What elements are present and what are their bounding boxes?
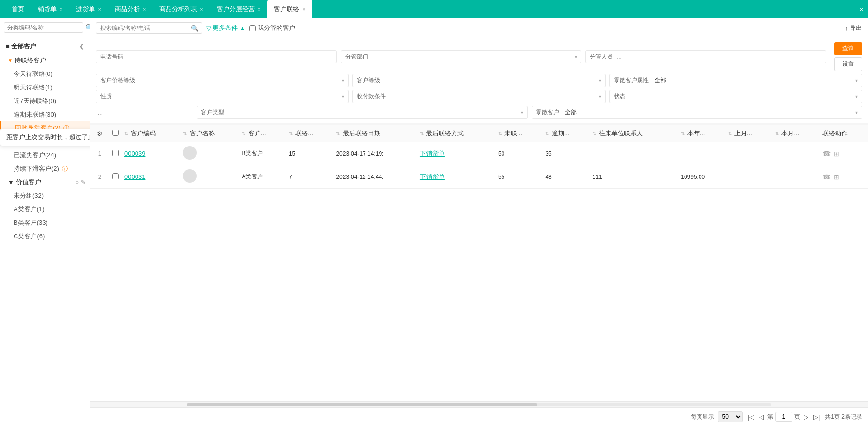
- my-customers-checkbox-label[interactable]: 我分管的客户: [249, 24, 295, 32]
- sidebar-item-b-class[interactable]: B类客户(33): [0, 216, 90, 230]
- nav-close-icon[interactable]: ×: [143, 6, 146, 12]
- pending-group-title[interactable]: ▼ 待联络客户: [0, 54, 90, 67]
- sort-icon: ⇅: [183, 131, 187, 136]
- row-contacts-cell: [590, 142, 678, 165]
- phone-icon[interactable]: ☎: [822, 173, 831, 181]
- export-button[interactable]: ↑ 导出: [845, 24, 863, 32]
- phone-icon[interactable]: ☎: [822, 150, 831, 158]
- all-customers-title[interactable]: ■ 全部客户 ❮: [0, 39, 90, 54]
- scrollbar-track[interactable]: [187, 403, 771, 406]
- retail-property-field[interactable]: 零散客户属性 全部 ▾: [609, 74, 862, 87]
- nav-customer-contact[interactable]: 客户联络 ×: [267, 0, 312, 18]
- col-lastdate-header[interactable]: ⇅ 最后联络日期: [333, 125, 417, 142]
- settings-icon[interactable]: ⚙: [97, 130, 103, 137]
- col-name-header[interactable]: ⇅ 客户名称: [180, 125, 239, 142]
- nav-close-icon[interactable]: ×: [200, 6, 203, 12]
- triangle-icon: ▼: [8, 58, 13, 63]
- sidebar-item-keep-decreasing[interactable]: 持续下滑客户(2) ⓘ: [0, 162, 90, 176]
- nav-close-icon[interactable]: ×: [60, 6, 62, 12]
- col-code-header[interactable]: ⇅ 客户编码: [122, 125, 180, 142]
- row-action-cell: ☎ ⊞: [820, 165, 868, 189]
- chevron-down-icon: ▾: [575, 54, 577, 59]
- sort-icon: ⇅: [242, 131, 245, 136]
- row-checkbox[interactable]: [112, 173, 119, 179]
- sidebar-search-input[interactable]: [4, 22, 83, 33]
- prev-page-button[interactable]: ◁: [758, 413, 765, 421]
- chevron-down-icon: ▾: [599, 94, 601, 99]
- col-overdue-header[interactable]: ⇅ 逾期...: [542, 125, 589, 142]
- sidebar-item-already-lost[interactable]: 已流失客户(24): [0, 148, 90, 162]
- customer-code-link[interactable]: 000031: [124, 173, 145, 180]
- sidebar-item-ungrouped[interactable]: 未分组(32): [0, 189, 90, 203]
- nav-customer-segment[interactable]: 客户分层经营 ×: [210, 0, 267, 18]
- col-thismonth-header[interactable]: ⇅ 本月...: [772, 125, 819, 142]
- settings-button[interactable]: 设置: [834, 57, 862, 71]
- phone-field[interactable]: 电话号码: [96, 50, 337, 63]
- sidebar-item-today[interactable]: 今天待联络(0): [0, 67, 90, 81]
- scrollbar-thumb[interactable]: [187, 403, 537, 406]
- col-thisyear-header[interactable]: ⇅ 本年...: [678, 125, 725, 142]
- per-page-label: 每页显示: [691, 413, 714, 421]
- nav-purchase-order[interactable]: 进货单 ×: [69, 0, 107, 18]
- data-table-container: ⚙ ⇅ 客户编码 ⇅ 客户名称: [90, 125, 868, 401]
- payment-condition-field[interactable]: 收付款条件 ▾: [352, 90, 605, 103]
- select-all-checkbox[interactable]: [112, 130, 119, 136]
- col-type-header[interactable]: ⇅ 客户...: [239, 125, 286, 142]
- my-customers-checkbox[interactable]: [249, 25, 256, 31]
- grid-icon[interactable]: ⊞: [834, 173, 839, 181]
- sidebar-item-a-class[interactable]: A类客户(1): [0, 203, 90, 216]
- next-page-button[interactable]: ▷: [802, 413, 810, 421]
- last-page-button[interactable]: ▷|: [812, 413, 821, 421]
- row-lastmonth-cell: [725, 165, 772, 189]
- nav-product-analysis[interactable]: 商品分析 ×: [108, 0, 152, 18]
- more-icon[interactable]: ...: [617, 54, 621, 59]
- department-field[interactable]: 分管部门 ▾: [341, 50, 582, 63]
- last-method-link[interactable]: 下销货单: [420, 150, 445, 157]
- search-icon[interactable]: 🔍: [191, 25, 198, 32]
- grid-icon[interactable]: ⊞: [834, 150, 839, 158]
- row-lastmethod-cell: 下销货单: [417, 165, 495, 189]
- window-close-button[interactable]: ×: [859, 5, 863, 14]
- edit-icon[interactable]: ○: [76, 179, 79, 186]
- nature-field[interactable]: 性质 ▾: [96, 90, 349, 103]
- row-num-cell: 2: [90, 165, 109, 189]
- last-method-link[interactable]: 下销货单: [420, 173, 445, 180]
- pagination-controls: |◁ ◁ 第 页 ▷ ▷|: [746, 412, 822, 422]
- ellipsis-button[interactable]: ...: [96, 109, 105, 116]
- settings-icon[interactable]: ✎: [81, 179, 86, 186]
- retail-customer-field[interactable]: 零散客户 全部 ▾: [532, 106, 863, 119]
- nav-home[interactable]: 首页: [5, 0, 31, 18]
- row-checkbox[interactable]: [112, 150, 119, 156]
- nav-sales-order[interactable]: 销货单 ×: [31, 0, 69, 18]
- customer-type-field[interactable]: 客户类型 ▾: [197, 106, 528, 119]
- col-unread-header[interactable]: ⇅ 未联...: [495, 125, 542, 142]
- sidebar-item-tomorrow[interactable]: 明天待联络(1): [0, 81, 90, 94]
- first-page-button[interactable]: |◁: [746, 413, 756, 421]
- col-lastmethod-header[interactable]: ⇅ 最后联络方式: [417, 125, 495, 142]
- manager-field[interactable]: 分管人员 ...: [585, 50, 826, 63]
- nav-close-icon[interactable]: ×: [98, 6, 101, 12]
- price-grade-field[interactable]: 客户价格等级 ▾: [96, 74, 349, 87]
- col-lastmonth-header[interactable]: ⇅ 上月...: [725, 125, 772, 142]
- row-type-cell: B类客户: [239, 142, 286, 165]
- sidebar-search-icon[interactable]: 🔍: [85, 24, 90, 31]
- col-contacts-header[interactable]: ⇅ 往来单位联系人: [590, 125, 678, 142]
- col-contact-header[interactable]: ⇅ 联络...: [286, 125, 333, 142]
- status-field[interactable]: 状态 ▾: [609, 90, 862, 103]
- query-button[interactable]: 查询: [834, 42, 862, 55]
- more-conditions-button[interactable]: ▽ 更多条件 ▲: [206, 24, 245, 32]
- page-number-input[interactable]: [775, 412, 792, 422]
- search-input[interactable]: [96, 22, 202, 34]
- nav-close-icon[interactable]: ×: [302, 6, 305, 12]
- top-navigation: 首页 销货单 × 进货单 × 商品分析 × 商品分析列表 × 客户分层经营 × …: [0, 0, 868, 18]
- sidebar-item-7days[interactable]: 近7天待联络(0): [0, 94, 90, 108]
- sidebar-item-c-class[interactable]: C类客户(6): [0, 230, 90, 243]
- nav-product-analysis-list[interactable]: 商品分析列表 ×: [152, 0, 210, 18]
- customer-code-link[interactable]: 000039: [124, 150, 145, 157]
- per-page-select[interactable]: 50 100: [718, 411, 743, 422]
- value-group-title[interactable]: ▼ 价值客户 ○ ✎: [0, 176, 90, 189]
- nav-close-icon[interactable]: ×: [258, 6, 260, 12]
- sidebar-item-overdue[interactable]: 逾期未联络(30): [0, 108, 90, 121]
- customer-grade-field[interactable]: 客户等级 ▾: [352, 74, 605, 87]
- col-action-header: 联络动作: [820, 125, 868, 142]
